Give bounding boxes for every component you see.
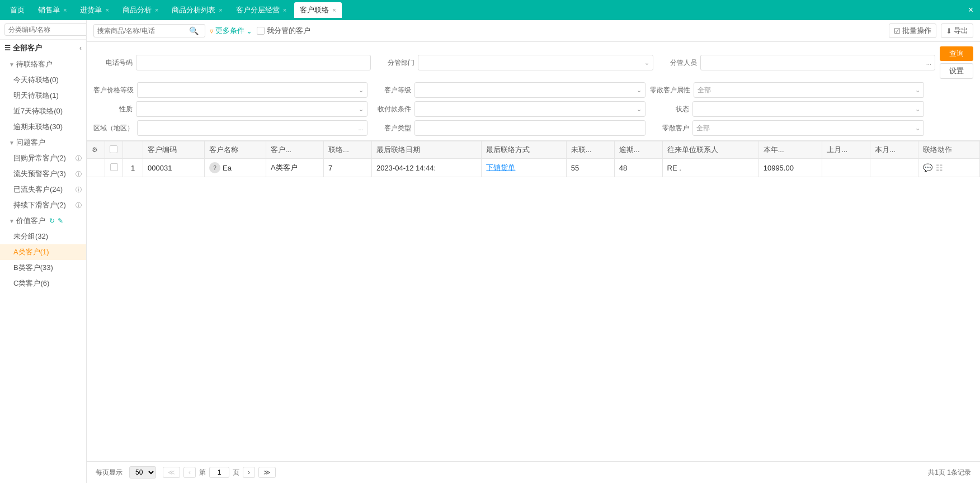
my-customers-label: 我分管的客户: [267, 26, 310, 36]
nav-customer-contact[interactable]: 客户联络 ×: [294, 2, 341, 18]
sidebar-c-class-label: C类客户(6): [13, 278, 49, 288]
col-checkbox[interactable]: [105, 141, 123, 159]
sidebar-item-ungrouped[interactable]: 未分组(32): [0, 229, 86, 244]
col-contact-count[interactable]: 联络...: [324, 141, 372, 159]
nav-customer-tier-label: 客户分层经营: [236, 5, 280, 15]
filter-search-icon[interactable]: 🔍: [189, 26, 199, 35]
col-this-month[interactable]: 本月...: [870, 141, 918, 159]
sidebar-value-group[interactable]: ▼ 价值客户 ↻ ✎: [0, 213, 86, 229]
filter-retail-attr-input[interactable]: 全部 ⌄: [694, 82, 924, 98]
more-conditions-btn[interactable]: ▿ 更多条件 ⌄: [210, 26, 252, 36]
col-this-year[interactable]: 本年...: [758, 141, 822, 159]
table-area: ⚙ 客户编码 客户名称 客户...: [87, 141, 980, 461]
nav-product-analysis-close[interactable]: ×: [155, 7, 158, 13]
sidebar-item-7days[interactable]: 近7天待联络(0): [0, 103, 86, 119]
sidebar-item-a-class[interactable]: A类客户(1): [0, 244, 86, 260]
nav-product-analysis-list[interactable]: 商品分析列表 ×: [166, 2, 228, 18]
row-name-cell: ? Ea: [205, 159, 266, 177]
filter-customer-type-input[interactable]: [414, 120, 646, 136]
sidebar-all-customers-label: 全部客户: [13, 43, 42, 53]
nav-sales-order-close[interactable]: ×: [63, 7, 67, 13]
row-not-contacted: 55: [571, 164, 579, 172]
per-page-select[interactable]: 50: [129, 466, 156, 479]
filter-phone-input[interactable]: [136, 55, 371, 70]
row-contact-count: 7: [328, 164, 332, 172]
sidebar-pending-group[interactable]: ▼ 待联络客户: [0, 56, 86, 72]
header-checkbox[interactable]: [110, 145, 117, 153]
filter-field-customer-level: 客户等级 ⌄: [372, 82, 646, 98]
col-not-contacted[interactable]: 未联...: [566, 141, 614, 159]
row-num: 1: [131, 164, 135, 172]
abnormal-help-icon[interactable]: ⓘ: [76, 154, 82, 163]
churned-help-icon[interactable]: ⓘ: [76, 186, 82, 194]
sidebar-item-churn-warning[interactable]: 流失预警客户(3) ⓘ: [0, 166, 86, 182]
my-customers-checkbox[interactable]: [257, 27, 265, 35]
col-last-contact-date[interactable]: 最后联络日期: [371, 141, 482, 159]
nav-customer-tier-close[interactable]: ×: [283, 7, 286, 13]
first-page-btn[interactable]: ≪: [163, 467, 180, 478]
col-settings[interactable]: ⚙: [87, 141, 105, 159]
row-checkbox-cell[interactable]: [105, 159, 123, 177]
filter-status-input[interactable]: ⌄: [692, 101, 924, 117]
filter-nature-input[interactable]: ⌄: [136, 101, 368, 117]
nav-customer-contact-close[interactable]: ×: [332, 7, 336, 13]
filter-payment-label: 收付款条件: [372, 105, 411, 114]
sidebar-item-abnormal[interactable]: 回购异常客户(2) ⓘ: [0, 150, 86, 166]
action-contact-icon[interactable]: 💬: [923, 163, 932, 172]
col-overdue[interactable]: 逾期...: [614, 141, 662, 159]
prev-page-btn[interactable]: ‹: [183, 467, 196, 478]
sidebar-collapse-btn[interactable]: ‹: [79, 44, 82, 52]
sidebar-item-tomorrow[interactable]: 明天待联络(1): [0, 88, 86, 103]
sidebar-problem-group[interactable]: ▼ 问题客户: [0, 135, 86, 150]
nav-home[interactable]: 首页: [4, 2, 30, 18]
nav-purchase-order[interactable]: 进货单 ×: [74, 2, 114, 18]
nav-purchase-order-label: 进货单: [80, 5, 102, 15]
advanced-filter: 电话号码 分管部门 ⌄ 分管人员 ...: [87, 42, 980, 141]
col-customer-code[interactable]: 客户编码: [143, 141, 205, 159]
declining-help-icon[interactable]: ⓘ: [76, 201, 82, 210]
batch-op-btn[interactable]: ☑ 批量操作: [889, 23, 936, 38]
col-last-month[interactable]: 上月...: [822, 141, 870, 159]
filter-dept-input[interactable]: ⌄: [418, 55, 653, 70]
export-btn[interactable]: ⇓ 导出: [941, 23, 973, 38]
col-last-contact-method-label: 最后联络方式: [486, 145, 530, 154]
main-layout: 🔍 ☰ 全部客户 ‹ ▼ 待联络客户 今天待联络(0) 明天待联络(1) 近7天…: [0, 20, 980, 483]
value-edit-icon[interactable]: ✎: [58, 217, 63, 225]
nav-purchase-order-close[interactable]: ×: [105, 7, 109, 13]
sidebar-item-today[interactable]: 今天待联络(0): [0, 72, 86, 88]
my-customers-filter[interactable]: 我分管的客户: [257, 26, 310, 36]
filter-retail-customer-input[interactable]: 全部 ⌄: [692, 120, 924, 136]
churn-warning-help-icon[interactable]: ⓘ: [76, 170, 82, 178]
sidebar-item-c-class[interactable]: C类客户(6): [0, 276, 86, 291]
nav-sales-order[interactable]: 销售单 ×: [32, 2, 72, 18]
filter-customer-level-input[interactable]: ⌄: [414, 82, 646, 98]
col-contact-person[interactable]: 往来单位联系人: [662, 141, 758, 159]
sidebar-all-customers[interactable]: ☰ 全部客户 ‹: [0, 40, 86, 56]
col-last-contact-method[interactable]: 最后联络方式: [482, 141, 566, 159]
nav-customer-tier[interactable]: 客户分层经营 ×: [230, 2, 292, 18]
filter-person-input[interactable]: ...: [700, 55, 935, 70]
col-customer-name[interactable]: 客户名称: [205, 141, 266, 159]
sidebar-item-b-class[interactable]: B类客户(33): [0, 260, 86, 276]
sidebar-item-overdue[interactable]: 逾期未联络(30): [0, 119, 86, 135]
last-page-btn[interactable]: ≫: [258, 467, 276, 478]
filter-price-level-input[interactable]: ⌄: [137, 82, 368, 98]
sidebar-search-input[interactable]: [4, 23, 87, 36]
action-qr-icon[interactable]: ☷: [936, 163, 943, 172]
col-customer-type[interactable]: 客户...: [266, 141, 324, 159]
sidebar-item-declining[interactable]: 持续下滑客户(2) ⓘ: [0, 197, 86, 213]
next-page-btn[interactable]: ›: [243, 467, 255, 478]
query-btn[interactable]: 查询: [940, 46, 973, 61]
settings-btn[interactable]: 设置: [940, 63, 973, 79]
filter-search-input[interactable]: [97, 27, 187, 35]
row-last-contact-method[interactable]: 下销货单: [486, 163, 515, 172]
sidebar-item-churned[interactable]: 已流失客户(24) ⓘ: [0, 182, 86, 197]
row-checkbox[interactable]: [110, 163, 118, 171]
filter-payment-input[interactable]: ⌄: [414, 101, 646, 117]
value-refresh-icon[interactable]: ↻: [49, 217, 55, 225]
filter-region-input[interactable]: ...: [137, 120, 368, 136]
nav-product-analysis[interactable]: 商品分析 ×: [117, 2, 164, 18]
nav-close-all[interactable]: ×: [966, 3, 976, 17]
page-input[interactable]: [209, 467, 229, 478]
nav-product-analysis-list-close[interactable]: ×: [219, 7, 222, 13]
